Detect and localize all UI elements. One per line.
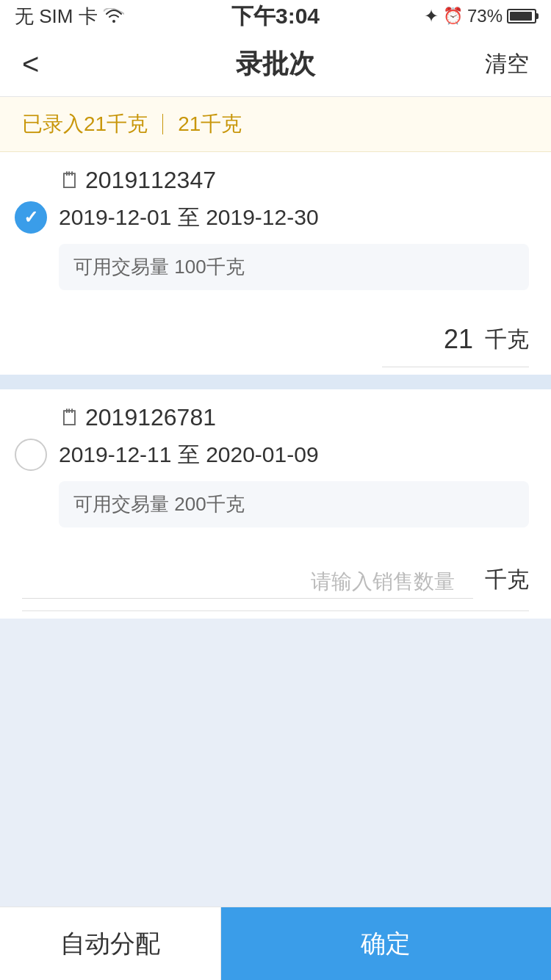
batch-item-1-inner: 🗒 2019112347 ✓ 2019-12-01 至 2019-12-30 可… [0,152,551,312]
batch-item-2-inner: 🗒 2019126781 ✓ 2019-12-11 至 2020-01-09 可… [0,389,551,550]
status-right: ✦ ⏰ 73% [424,6,536,26]
status-time: 下午3:04 [231,1,320,32]
section-divider [0,375,551,389]
empty-area [0,619,551,912]
confirm-button[interactable]: 确定 [221,907,551,980]
batch-id-1: 2019112347 [85,167,216,194]
filled-qty-value-1: 21 [444,324,473,355]
carrier-text: 无 SIM 卡 [15,4,98,29]
auto-distribute-button[interactable]: 自动分配 [0,907,221,980]
clear-button[interactable]: 清空 [485,49,529,79]
status-bar: 无 SIM 卡 下午3:04 ✦ ⏰ 73% [0,0,551,32]
wifi-icon [104,5,124,28]
batch-id-row-1: 🗒 2019112347 [15,167,529,194]
checkmark-1: ✓ [24,207,38,228]
battery-text: 73% [467,6,503,26]
batch-doc-icon-1: 🗒 [59,168,81,193]
batch-doc-icon-2: 🗒 [59,406,81,430]
batch-date-row-1[interactable]: ✓ 2019-12-01 至 2019-12-30 [15,201,529,234]
status-left: 无 SIM 卡 [15,4,124,29]
content-area: 已录入21千克 21千克 🗒 2019112347 ✓ 2019-12-01 至… [0,97,551,980]
available-qty-2: 可用交易量 200千克 [59,481,529,527]
spacer-1 [0,367,551,375]
location-icon: ✦ [424,6,439,26]
qty-unit-2: 千克 [485,565,529,595]
qty-input-2[interactable] [22,561,473,599]
radio-circle-2[interactable]: ✓ [15,439,47,471]
battery-icon [507,9,536,24]
spacer-2 [0,611,551,619]
available-qty-1: 可用交易量 100千克 [59,244,529,290]
summary-divider [162,114,163,134]
summary-value: 21千克 [178,110,242,138]
batch-item-2: 🗒 2019126781 ✓ 2019-12-11 至 2020-01-09 可… [0,389,551,619]
alarm-icon: ⏰ [443,7,463,26]
summary-label: 已录入21千克 [22,110,148,138]
batch-date-2: 2019-12-11 至 2020-01-09 [59,440,319,470]
bottom-bar: 自动分配 确定 [0,907,551,980]
batch-date-row-2[interactable]: ✓ 2019-12-11 至 2020-01-09 [15,439,529,471]
filled-qty-unit-1: 千克 [485,325,529,355]
nav-bar: < 录批次 清空 [0,32,551,97]
page-title: 录批次 [236,46,315,82]
batch-id-2: 2019126781 [85,404,216,431]
batch-date-1: 2019-12-01 至 2019-12-30 [59,203,319,233]
radio-circle-1[interactable]: ✓ [15,201,47,234]
qty-input-row-2: 千克 [0,550,551,610]
batch-id-row-2: 🗒 2019126781 [15,404,529,431]
back-button[interactable]: < [22,48,66,81]
batch-item-1: 🗒 2019112347 ✓ 2019-12-01 至 2019-12-30 可… [0,152,551,375]
summary-bar: 已录入21千克 21千克 [0,97,551,152]
filled-qty-row-1: 21 千克 [0,312,551,367]
